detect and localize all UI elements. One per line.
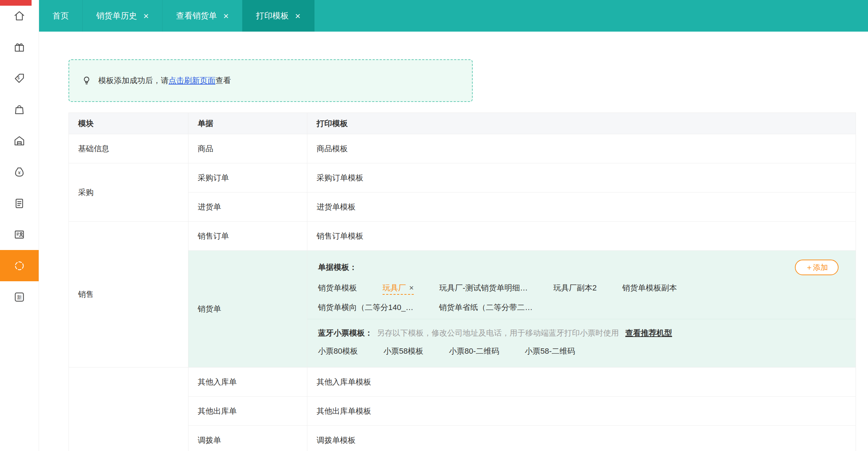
price-tag-icon: $ <box>13 72 26 85</box>
sales-template-cell: 单据模板： ＋添加 销货单模板 玩具厂× 玩具厂-测试销货单明细… 玩具厂副本2… <box>307 251 856 368</box>
doc-cell: 商品 <box>188 134 307 163</box>
template-item[interactable]: 销货单模板 <box>318 283 357 295</box>
notice-prefix: 模板添加成功后，请 <box>98 76 169 85</box>
sidebar-item-sync-active[interactable] <box>0 250 39 281</box>
svg-text:新: 新 <box>17 294 22 300</box>
template-item[interactable]: 销货单省纸（二等分带二… <box>439 302 533 313</box>
shopping-bag-icon <box>13 103 26 116</box>
template-item[interactable]: 小票58-二维码 <box>525 346 575 357</box>
module-cell <box>69 368 188 451</box>
table-row: 采购 采购订单 采购订单模板 <box>69 163 856 192</box>
tab-home[interactable]: 首页 <box>39 0 83 32</box>
bluetooth-template-list: 小票80模板 小票58模板 小票80-二维码 小票58-二维码 <box>318 346 845 357</box>
sidebar-item-pricing[interactable]: $ <box>0 63 39 94</box>
template-cell: 调拨单模板 <box>307 426 856 451</box>
close-icon[interactable]: × <box>409 283 414 292</box>
app-window: $ ¥ <box>0 0 868 451</box>
tab-label: 打印模板 <box>256 10 289 21</box>
template-list-row-2: 销货单横向（二等分140_… 销货单省纸（二等分带二… <box>318 302 845 313</box>
new-doc-icon: 新 <box>13 290 26 304</box>
bluetooth-template-desc: 另存以下模板，修改公司地址及电话，用于移动端蓝牙打印小票时使用 <box>377 328 619 338</box>
main-content: 模板添加成功后，请点击刷新页面查看 模块 单据 打印模板 基础信息 商品 <box>39 32 868 451</box>
tab-sales-history[interactable]: 销货单历史 × <box>83 0 163 32</box>
table-row: 基础信息 商品 商品模板 <box>69 134 856 163</box>
doc-template-label: 单据模板： <box>318 262 357 273</box>
module-cell: 基础信息 <box>69 134 188 163</box>
svg-text:$: $ <box>17 75 20 80</box>
doc-cell: 销货单 <box>188 251 307 368</box>
contacts-icon <box>13 228 26 241</box>
table-row: 销售 销售订单 销售订单模板 <box>69 222 856 251</box>
doc-cell: 其他出库单 <box>188 397 307 426</box>
sidebar-item-finance[interactable]: ¥ <box>0 156 39 188</box>
template-item[interactable]: 玩具厂-测试销货单明细… <box>439 283 528 295</box>
tab-print-template[interactable]: 打印模板 × <box>242 0 314 32</box>
sidebar-item-new[interactable]: 新 <box>0 281 39 313</box>
home-icon <box>13 9 26 22</box>
header-print-template: 打印模板 <box>307 113 856 134</box>
sidebar-nav: $ ¥ <box>0 0 39 313</box>
close-icon[interactable]: × <box>295 11 300 21</box>
money-bag-icon: ¥ <box>13 165 26 179</box>
template-item[interactable]: 小票58模板 <box>383 346 423 357</box>
sidebar-item-documents[interactable] <box>0 188 39 219</box>
tab-label: 首页 <box>53 10 69 21</box>
doc-cell: 进货单 <box>188 192 307 222</box>
add-template-button[interactable]: ＋添加 <box>795 260 839 275</box>
main-panel: 首页 销货单历史 × 查看销货单 × 打印模板 × <box>39 0 868 451</box>
sidebar-item-purchase[interactable] <box>0 94 39 125</box>
close-icon[interactable]: × <box>223 11 229 21</box>
warehouse-icon <box>13 134 26 147</box>
notice-suffix: 查看 <box>215 76 231 85</box>
template-list-row-1: 销货单模板 玩具厂× 玩具厂-测试销货单明细… 玩具厂副本2 销货单模板副本 <box>318 283 845 295</box>
recommended-devices-link[interactable]: 查看推荐机型 <box>625 328 672 338</box>
template-item[interactable]: 销货单横向（二等分140_… <box>318 302 413 313</box>
sidebar-item-home[interactable] <box>0 0 39 31</box>
bluetooth-template-section: 蓝牙小票模板： 另存以下模板，修改公司地址及电话，用于移动端蓝牙打印小票时使用 … <box>307 319 856 367</box>
sync-icon <box>13 259 26 272</box>
template-item-label: 玩具厂 <box>383 283 406 292</box>
table-row: 其他入库单 其他入库单模板 <box>69 368 856 397</box>
tab-label: 销货单历史 <box>96 10 137 21</box>
template-item[interactable]: 小票80-二维码 <box>449 346 499 357</box>
bluetooth-template-label: 蓝牙小票模板： <box>318 328 373 338</box>
module-cell: 销售 <box>69 222 188 368</box>
sidebar-item-gift[interactable] <box>0 31 39 63</box>
tab-bar: 首页 销货单历史 × 查看销货单 × 打印模板 × <box>39 0 868 32</box>
clipboard-icon <box>13 197 26 210</box>
template-item[interactable]: 玩具厂副本2 <box>553 283 597 295</box>
template-item[interactable]: 销货单模板副本 <box>622 283 677 295</box>
sidebar-item-contacts[interactable] <box>0 219 39 250</box>
gift-icon <box>13 40 26 54</box>
doc-cell: 采购订单 <box>188 163 307 192</box>
close-icon[interactable]: × <box>143 11 149 21</box>
print-template-table: 模块 单据 打印模板 基础信息 商品 商品模板 采购 采购订单 采购订单模板 <box>68 113 856 451</box>
lightbulb-icon <box>81 75 93 87</box>
notice-banner: 模板添加成功后，请点击刷新页面查看 <box>68 59 473 102</box>
template-cell: 其他入库单模板 <box>307 368 856 397</box>
template-cell: 商品模板 <box>307 134 856 163</box>
template-item-selected[interactable]: 玩具厂× <box>383 283 414 295</box>
doc-cell: 销售订单 <box>188 222 307 251</box>
sidebar-item-warehouse[interactable] <box>0 125 39 156</box>
notice-text: 模板添加成功后，请点击刷新页面查看 <box>98 75 231 86</box>
template-cell: 进货单模板 <box>307 192 856 222</box>
refresh-page-link[interactable]: 点击刷新页面 <box>169 76 215 85</box>
tab-view-sales-order[interactable]: 查看销货单 × <box>163 0 242 32</box>
svg-text:¥: ¥ <box>18 170 21 175</box>
table-header-row: 模块 单据 打印模板 <box>69 113 856 134</box>
doc-cell: 其他入库单 <box>188 368 307 397</box>
header-document: 单据 <box>188 113 307 134</box>
template-cell: 其他出库单模板 <box>307 397 856 426</box>
template-cell: 销售订单模板 <box>307 222 856 251</box>
doc-template-section: 单据模板： ＋添加 销货单模板 玩具厂× 玩具厂-测试销货单明细… 玩具厂副本2… <box>307 251 856 319</box>
template-item[interactable]: 小票80模板 <box>318 346 358 357</box>
module-cell: 采购 <box>69 163 188 222</box>
tab-label: 查看销货单 <box>176 10 217 21</box>
doc-cell: 调拨单 <box>188 426 307 451</box>
template-cell: 采购订单模板 <box>307 163 856 192</box>
sidebar: $ ¥ <box>0 0 39 451</box>
header-module: 模块 <box>69 113 188 134</box>
